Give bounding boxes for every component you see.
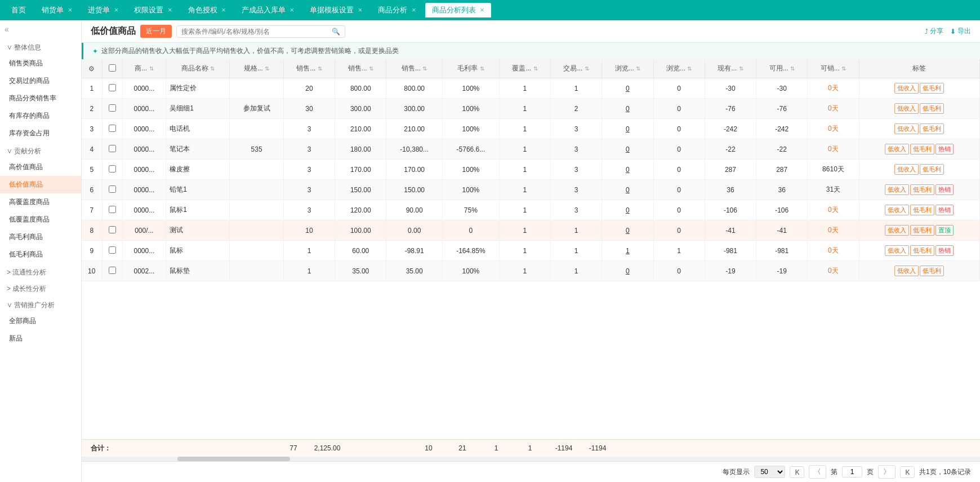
next-page-button[interactable]: 〉: [878, 465, 896, 479]
select-all-checkbox[interactable]: [109, 64, 116, 72]
row-select-checkbox[interactable]: [109, 267, 116, 274]
col-browse2[interactable]: 浏览... ⇅: [653, 59, 705, 78]
first-page-button[interactable]: К: [790, 466, 804, 478]
nav-tab-purchase[interactable]: 进货单 ×: [81, 3, 125, 17]
row-checkbox[interactable]: [102, 119, 122, 139]
row-select-checkbox[interactable]: [109, 125, 116, 132]
col-transaction[interactable]: 交易... ⇅: [551, 59, 602, 78]
sidebar-item-sales-goods[interactable]: 销售类商品: [0, 55, 81, 72]
col-coverage[interactable]: 覆盖... ⇅: [499, 59, 550, 78]
sidebar-item-new-goods[interactable]: 新品: [0, 330, 81, 347]
sidebar-group-contribution[interactable]: ∨ 贡献分析: [0, 142, 81, 158]
browse-link[interactable]: 0: [626, 85, 630, 92]
sidebar-group-overall[interactable]: ∨ 整体信息: [0, 38, 81, 55]
page-size-select[interactable]: 50 100 200: [754, 466, 785, 478]
col-browse1[interactable]: 浏览... ⇅: [602, 59, 653, 78]
row-browse1[interactable]: 0: [602, 139, 653, 160]
row-browse1[interactable]: 1: [602, 241, 653, 261]
last-page-button[interactable]: К: [900, 466, 915, 478]
col-sales-qty[interactable]: 销售... ⇅: [283, 59, 335, 78]
search-icon[interactable]: 🔍: [332, 28, 340, 36]
horizontal-scrollbar[interactable]: [82, 457, 980, 461]
row-checkbox[interactable]: [102, 180, 122, 200]
nav-tab-permissions[interactable]: 权限设置 ×: [127, 3, 179, 17]
share-button[interactable]: ⤴ 分享: [925, 26, 943, 36]
browse-link[interactable]: 0: [626, 206, 630, 214]
row-browse1[interactable]: 0: [602, 160, 653, 180]
sidebar-item-high-value[interactable]: 高价值商品: [0, 158, 81, 176]
close-icon[interactable]: ×: [412, 6, 416, 14]
browse-link[interactable]: 0: [626, 166, 630, 174]
row-select-checkbox[interactable]: [109, 165, 116, 173]
close-icon[interactable]: ×: [168, 6, 172, 14]
row-checkbox[interactable]: [102, 99, 122, 119]
browse-link[interactable]: 0: [626, 145, 630, 153]
browse-link[interactable]: 0: [626, 186, 630, 194]
nav-tab-analysis[interactable]: 商品分析 ×: [371, 3, 422, 17]
close-icon[interactable]: ×: [358, 6, 363, 14]
nav-tab-analysis-list[interactable]: 商品分析列表 ×: [425, 3, 491, 17]
row-browse1[interactable]: 0: [602, 180, 653, 200]
sidebar-item-high-coverage[interactable]: 高覆盖度商品: [0, 193, 81, 211]
row-browse1[interactable]: 0: [602, 200, 653, 220]
row-select-checkbox[interactable]: [109, 226, 116, 233]
sidebar-item-inventory-fund[interactable]: 库存资金占用: [0, 125, 81, 142]
nav-tab-template[interactable]: 单据模板设置 ×: [303, 3, 369, 17]
col-margin-rate[interactable]: 毛利率 ⇅: [443, 59, 500, 78]
close-icon[interactable]: ×: [68, 6, 73, 14]
browse-link[interactable]: 0: [626, 267, 630, 275]
sidebar-item-low-margin[interactable]: 低毛利商品: [0, 246, 81, 263]
search-input[interactable]: [181, 28, 329, 36]
nav-tab-home[interactable]: 首页: [5, 3, 33, 17]
row-checkbox[interactable]: [102, 200, 122, 220]
row-browse1[interactable]: 0: [602, 119, 653, 139]
page-number-input[interactable]: [842, 466, 862, 477]
browse-link[interactable]: 0: [626, 125, 630, 133]
col-sales-profit[interactable]: 销售... ⇅: [386, 59, 443, 78]
sidebar-item-low-coverage[interactable]: 低覆盖度商品: [0, 211, 81, 228]
row-checkbox[interactable]: [102, 78, 122, 99]
close-icon[interactable]: ×: [114, 6, 119, 14]
sidebar-group-flow[interactable]: > 流通性分析: [0, 263, 81, 280]
collapse-button[interactable]: «: [5, 25, 9, 34]
nav-tab-production[interactable]: 产成品入库单 ×: [235, 3, 301, 17]
nav-tab-sales[interactable]: 销货单 ×: [35, 3, 79, 17]
sidebar-item-stocked-goods[interactable]: 有库存的商品: [0, 107, 81, 125]
row-select-checkbox[interactable]: [109, 206, 116, 213]
scrollbar-thumb[interactable]: [177, 457, 290, 461]
sidebar-item-category-sales[interactable]: 商品分类销售率: [0, 90, 81, 107]
close-icon[interactable]: ×: [480, 6, 484, 14]
row-browse1[interactable]: 0: [602, 220, 653, 241]
browse-link[interactable]: 1: [626, 247, 630, 255]
close-icon[interactable]: ×: [290, 6, 295, 14]
export-button[interactable]: ⬇ 导出: [950, 26, 971, 36]
sidebar-item-all-goods[interactable]: 全部商品: [0, 312, 81, 330]
row-select-checkbox[interactable]: [109, 145, 116, 152]
nav-tab-roles[interactable]: 角色授权 ×: [181, 3, 233, 17]
prev-page-button[interactable]: 〈: [809, 465, 826, 479]
row-select-checkbox[interactable]: [109, 84, 116, 91]
row-select-checkbox[interactable]: [109, 104, 116, 112]
col-saleable-stock[interactable]: 可销... ⇅: [808, 59, 859, 78]
row-browse1[interactable]: 0: [602, 261, 653, 281]
filter-recent-month-button[interactable]: 近一月: [140, 25, 172, 38]
row-checkbox[interactable]: [102, 139, 122, 160]
table-container[interactable]: ⚙ 商... ⇅ 商品名称 ⇅ 规格... ⇅ 销售... ⇅ 销售... ⇅ …: [82, 59, 980, 439]
row-browse1[interactable]: 0: [602, 99, 653, 119]
row-select-checkbox[interactable]: [109, 246, 116, 254]
row-browse1[interactable]: 0: [602, 78, 653, 99]
col-spec[interactable]: 规格... ⇅: [230, 59, 283, 78]
col-name[interactable]: 商品名称 ⇅: [166, 59, 230, 78]
row-checkbox[interactable]: [102, 261, 122, 281]
row-checkbox[interactable]: [102, 220, 122, 241]
close-icon[interactable]: ×: [221, 6, 226, 14]
row-checkbox[interactable]: [102, 160, 122, 180]
browse-link[interactable]: 0: [626, 105, 630, 113]
sidebar-group-growth[interactable]: > 成长性分析: [0, 280, 81, 296]
col-sales-income[interactable]: 销售... ⇅: [335, 59, 386, 78]
col-available-stock[interactable]: 可用... ⇅: [756, 59, 808, 78]
sidebar-group-marketing[interactable]: ∨ 营销推广分析: [0, 296, 81, 312]
col-current-stock[interactable]: 现有... ⇅: [705, 59, 756, 78]
row-checkbox[interactable]: [102, 241, 122, 261]
col-settings[interactable]: ⚙: [82, 59, 102, 78]
